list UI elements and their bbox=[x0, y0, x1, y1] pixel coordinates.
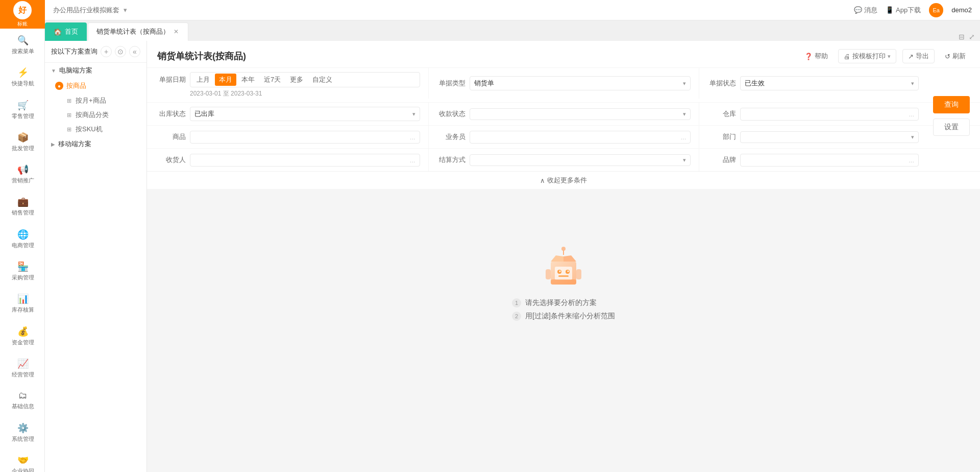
date-tab-7days[interactable]: 近7天 bbox=[260, 74, 285, 86]
tree-sub-item-by-month[interactable]: ⊞ 按月+商品 bbox=[45, 93, 146, 108]
logo-text: 标账 bbox=[17, 20, 28, 28]
data-area: 1 请先选择要分析的方案 2 用[过滤]条件来缩小分析范围 bbox=[147, 189, 980, 393]
tree-arrow-mobile: ▶ bbox=[51, 141, 55, 147]
wholesale-icon: 📦 bbox=[17, 132, 29, 143]
doc-type-chevron: ▾ bbox=[683, 80, 686, 87]
tab-fullscreen-icon[interactable]: ⤢ bbox=[969, 33, 975, 41]
tree-parent-pc[interactable]: ▼ 电脑端方案 bbox=[45, 63, 146, 78]
payment-status-label: 收款状态 bbox=[437, 109, 465, 119]
receiver-input[interactable]: ... bbox=[190, 154, 420, 167]
doc-status-label: 单据状态 bbox=[707, 79, 736, 88]
sidebar-item-system[interactable]: ⚙️ 系统管理 bbox=[0, 416, 44, 449]
doc-status-chevron: ▾ bbox=[911, 80, 914, 87]
help-button[interactable]: ❓ 帮助 bbox=[800, 50, 832, 63]
date-tab-last-month[interactable]: 上月 bbox=[192, 74, 214, 86]
doc-type-select[interactable]: 销货单 ▾ bbox=[470, 76, 691, 90]
sidebar-item-ecommerce[interactable]: 🌐 电商管理 bbox=[0, 223, 44, 255]
tree-item-by-goods-label: 按商品 bbox=[66, 81, 86, 90]
tab-restore-icon[interactable]: ⊟ bbox=[959, 33, 965, 41]
sidebar-item-wholesale[interactable]: 📦 批发管理 bbox=[0, 126, 44, 158]
warehouse2-cell: 仓库 ... bbox=[699, 103, 970, 125]
content-layout: 按以下方案查询 + ⊙ « ▼ 电脑端方案 ● 按商品 ⊞ 按月+商 bbox=[45, 41, 980, 472]
print-button[interactable]: 🖨 按模板打印 ▾ bbox=[838, 49, 896, 63]
inventory-icon: 📊 bbox=[17, 293, 29, 304]
collapse-arrow-icon: ∧ bbox=[540, 177, 545, 184]
panel-collapse-button[interactable]: « bbox=[129, 46, 140, 57]
sidebar-item-marketing[interactable]: 📢 营销推广 bbox=[0, 158, 44, 190]
tree-sub-item-by-sku[interactable]: ⊞ 按SKU机 bbox=[45, 122, 146, 136]
tree-sub-by-month-label: 按月+商品 bbox=[76, 96, 106, 105]
doc-type-value: 销货单 bbox=[474, 79, 494, 88]
help-icon: ❓ bbox=[804, 53, 813, 60]
export-button[interactable]: ↗ 导出 bbox=[902, 49, 935, 63]
salesman-label: 业务员 bbox=[437, 132, 465, 141]
enterprise-icon: 🤝 bbox=[17, 455, 29, 466]
date-tab-this-month[interactable]: 本月 bbox=[215, 74, 236, 86]
svg-rect-12 bbox=[576, 269, 581, 279]
panel-add-button[interactable]: + bbox=[101, 46, 112, 57]
salesman-input[interactable]: ... bbox=[470, 131, 691, 144]
query-button[interactable]: 查询 bbox=[933, 96, 970, 113]
collapse-bar[interactable]: ∧ 收起更多条件 bbox=[147, 171, 980, 189]
sidebar-item-enterprise[interactable]: 🤝 企业协同 bbox=[0, 449, 44, 472]
sidebar-item-operations[interactable]: 📈 经营管理 bbox=[0, 352, 44, 384]
sidebar-item-search[interactable]: 🔍 搜索菜单 bbox=[0, 29, 44, 61]
dropdown-icon[interactable]: ▾ bbox=[124, 6, 127, 14]
tree-arrow-pc: ▼ bbox=[51, 68, 56, 74]
panel-settings-button[interactable]: ⊙ bbox=[115, 46, 126, 57]
settings-button[interactable]: 设置 bbox=[933, 119, 970, 136]
doc-status-select[interactable]: 已生效 ▾ bbox=[740, 76, 919, 90]
tab-report[interactable]: 销货单统计表（按商品） ✕ bbox=[88, 22, 188, 41]
tab-report-close[interactable]: ✕ bbox=[173, 28, 180, 35]
brand-dots[interactable]: ... bbox=[909, 156, 914, 164]
sidebar-item-retail[interactable]: 🛒 零售管理 bbox=[0, 93, 44, 126]
salesman-dots[interactable]: ... bbox=[680, 133, 686, 141]
goods-dots[interactable]: ... bbox=[410, 133, 415, 141]
tab-home-label: 首页 bbox=[65, 27, 78, 36]
sidebar-item-wholesale-label: 批发管理 bbox=[12, 145, 34, 152]
sidebar-item-basic[interactable]: 🗂 基础信息 bbox=[0, 384, 44, 416]
tree-sub-by-sku-label: 按SKU机 bbox=[76, 125, 103, 134]
empty-tip-1: 1 请先选择要分析的方案 bbox=[512, 298, 615, 308]
tree-parent-mobile[interactable]: ▶ 移动端方案 bbox=[45, 136, 146, 152]
empty-tips: 1 请先选择要分析的方案 2 用[过滤]条件来缩小分析范围 bbox=[512, 298, 615, 321]
payment-status-select[interactable]: ▾ bbox=[470, 108, 691, 120]
date-tab-custom[interactable]: 自定义 bbox=[308, 74, 336, 86]
settlement-select[interactable]: ▾ bbox=[470, 154, 691, 166]
date-tab-more[interactable]: 更多 bbox=[286, 74, 307, 86]
empty-state: 1 请先选择要分析的方案 2 用[过滤]条件来缩小分析范围 bbox=[147, 189, 980, 373]
date-range-display: 2023-03-01 至 2023-03-31 bbox=[190, 89, 420, 98]
message-label: 消息 bbox=[864, 6, 877, 15]
print-label: 按模板打印 bbox=[852, 52, 886, 61]
logo[interactable]: 好 标账 bbox=[0, 0, 45, 29]
help-label: 帮助 bbox=[815, 52, 828, 61]
user-avatar[interactable]: Ea bbox=[929, 3, 943, 17]
export-label: 导出 bbox=[916, 52, 929, 61]
sidebar-navigation: 🔍 搜索菜单 ⚡ 快捷导航 🛒 零售管理 📦 批发管理 📢 营销推广 💼 销售管… bbox=[0, 29, 44, 472]
brand-input[interactable]: ... bbox=[740, 154, 919, 167]
sidebar-item-quicknav[interactable]: ⚡ 快捷导航 bbox=[0, 61, 44, 93]
tree-item-by-goods[interactable]: ● 按商品 bbox=[45, 78, 146, 93]
goods-input[interactable]: ... bbox=[190, 131, 420, 144]
tab-home[interactable]: 🏠 首页 bbox=[45, 22, 87, 41]
payment-status-chevron: ▾ bbox=[683, 111, 686, 117]
receiver-dots[interactable]: ... bbox=[410, 156, 415, 164]
sidebar-item-finance[interactable]: 💰 资金管理 bbox=[0, 320, 44, 352]
sidebar-item-inventory[interactable]: 📊 库存核算 bbox=[0, 287, 44, 319]
date-tab-this-year[interactable]: 本年 bbox=[237, 74, 259, 86]
warehouse2-input[interactable]: ... bbox=[740, 108, 919, 121]
header-right: 💬 消息 📱 App下载 Ea demo2 bbox=[854, 3, 972, 17]
settlement-cell: 结算方式 ▾ bbox=[428, 149, 699, 171]
app-download-button[interactable]: 📱 App下载 bbox=[886, 6, 921, 15]
sidebar-item-sales[interactable]: 💼 销售管理 bbox=[0, 190, 44, 222]
message-button[interactable]: 💬 消息 bbox=[854, 6, 877, 15]
sidebar-item-purchase[interactable]: 🏪 采购管理 bbox=[0, 255, 44, 287]
tree-sub-item-by-category[interactable]: ⊞ 按商品分类 bbox=[45, 108, 146, 122]
svg-rect-8 bbox=[558, 275, 569, 277]
tree-sub-by-category-icon: ⊞ bbox=[65, 111, 72, 119]
refresh-label: 刷新 bbox=[952, 52, 966, 61]
dept-select[interactable]: ▾ bbox=[740, 131, 919, 143]
refresh-button[interactable]: ↺ 刷新 bbox=[941, 50, 970, 63]
warehouse-status-select[interactable]: 已出库 ▾ bbox=[190, 107, 420, 121]
filter-row3: 商品 ... 业务员 ... 部门 bbox=[147, 125, 980, 148]
